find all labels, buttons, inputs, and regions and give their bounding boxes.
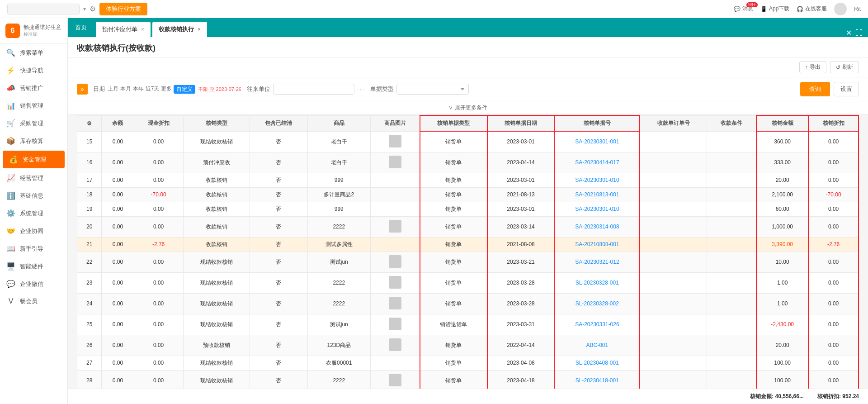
voucher-no-link[interactable]: SA-20230314-008 [575, 223, 619, 230]
col-voucher-no: 核销单据号 [554, 115, 640, 131]
cell-cash-discount: 0.00 [134, 252, 183, 272]
voucher-no-link[interactable]: SA-20230331-026 [575, 321, 619, 328]
voucher-no-link[interactable]: SL-20230328-002 [576, 300, 619, 307]
sidebar-item-企业协同[interactable]: 🤝企业协同 [0, 222, 67, 240]
export-button[interactable]: ↑ 导出 [799, 61, 826, 73]
date-this-month[interactable]: 本月 [120, 85, 131, 94]
user-avatar[interactable] [834, 3, 847, 15]
cell-goods-img [370, 293, 420, 314]
voucher-no-link[interactable]: SA-20230301-010 [575, 177, 619, 183]
cell-goods: 老白干 [307, 131, 370, 152]
sidebar-item-label: 智能硬件 [20, 262, 43, 271]
sidebar-item-系统管理[interactable]: ⚙️系统管理 [0, 204, 67, 222]
settings-button[interactable]: 设置 [834, 82, 859, 96]
sidebar-item-销售管理[interactable]: 📊销售管理 [0, 97, 67, 114]
cell-goods: 测试jun [307, 252, 370, 272]
table-row: 17 0.00 0.00 收款核销 否 999 销货单 2023-03-01 S… [77, 173, 859, 187]
date-custom[interactable]: 自定义 [174, 85, 195, 94]
partner-more-icon[interactable]: ··· [357, 86, 365, 93]
cell-settled: 否 [250, 252, 307, 272]
sidebar-icon: 🔍 [6, 48, 15, 57]
expand-more-row[interactable]: ∨ 展开更多条件 [68, 101, 868, 115]
cell-type: 现结收款核销 [183, 252, 250, 272]
cell-cash-discount: 0.00 [134, 314, 183, 335]
sidebar-item-营销推广[interactable]: 📣营销推广 [0, 79, 67, 97]
query-button[interactable]: 查询 [800, 82, 830, 96]
sidebar-item-智能硬件[interactable]: 🖥️智能硬件 [0, 257, 67, 275]
cell-receipt-cond [707, 237, 756, 252]
cell-receipt-cond [707, 173, 756, 187]
cell-receipt-order [640, 237, 707, 252]
industry-solution-button[interactable]: 体验行业方案 [99, 3, 147, 15]
voucher-no-link[interactable]: SL-20230328-001 [576, 280, 619, 286]
cell-receipt-cond [707, 314, 756, 335]
cell-receipt-order [640, 293, 707, 314]
voucher-no-link[interactable]: SA-20210813-001 [575, 191, 619, 198]
messages-button[interactable]: 💬 消息 99+ [734, 5, 753, 13]
table-row: 27 0.00 0.00 现结收款核销 否 衣服00001 销货单 2023-0… [77, 356, 859, 370]
sidebar-item-基础信息[interactable]: ℹ️基础信息 [0, 187, 67, 204]
cell-balance: 0.00 [102, 335, 134, 356]
cell-settled: 否 [250, 237, 307, 252]
cell-receipt-order [640, 202, 707, 216]
chevron-down-icon[interactable]: ▾ [83, 6, 86, 12]
top-bar-right: 💬 消息 99+ 📱 App下载 🎧 在线客服 Rit [734, 3, 861, 15]
voucher-no-link[interactable]: SA-20230414-017 [575, 159, 619, 166]
voucher-type-select[interactable] [396, 84, 469, 95]
partner-input[interactable] [273, 84, 354, 95]
top-bar: ▾ ⚙ 体验行业方案 💬 消息 99+ 📱 App下载 🎧 在线客服 Rit [0, 0, 868, 18]
cell-settled: 否 [250, 293, 307, 314]
voucher-no-link[interactable]: SL-20230418-001 [576, 377, 619, 384]
sidebar-item-资金管理[interactable]: 💰资金管理 [3, 151, 65, 168]
tab-home[interactable]: 首页 [68, 18, 94, 37]
cell-cash-discount: 0.00 [134, 293, 183, 314]
date-last-month[interactable]: 上月 [108, 85, 118, 94]
close-icon[interactable]: × [141, 26, 144, 33]
cell-voucher-no: SA-20230301-001 [554, 131, 640, 152]
cell-goods: 测试jun [307, 314, 370, 335]
sidebar-item-搜索菜单[interactable]: 🔍搜索菜单 [0, 44, 67, 62]
sidebar-item-采购管理[interactable]: 🛒采购管理 [0, 114, 67, 132]
sidebar-item-快捷导航[interactable]: ⚡快捷导航 [0, 62, 67, 79]
app-download-link[interactable]: 📱 App下载 [760, 5, 789, 13]
voucher-no-link[interactable]: SA-20230301-010 [575, 206, 619, 212]
voucher-no-link[interactable]: SA-20230321-012 [575, 259, 619, 265]
voucher-no-link[interactable]: SA-20230301-001 [575, 138, 619, 145]
voucher-no-link[interactable]: SA-20210808-001 [575, 241, 619, 247]
cell-settled: 否 [250, 173, 307, 187]
cell-amount: 20.00 [756, 335, 808, 356]
sidebar-item-label: 企业协同 [20, 227, 43, 235]
date-7days[interactable]: 近7天 [146, 85, 160, 94]
cell-receipt-order [640, 335, 707, 356]
sidebar-icon: ⚡ [6, 66, 15, 75]
cell-settled: 否 [250, 370, 307, 389]
col-receipt-order: 收款单订单号 [640, 115, 707, 131]
filter-expand-button[interactable]: » [77, 84, 88, 95]
sidebar-item-经营管理[interactable]: 📈经营管理 [0, 169, 67, 187]
sidebar-item-新手引导[interactable]: 📖新手引导 [0, 240, 67, 257]
close-icon[interactable]: × [198, 26, 201, 33]
tab-prepay[interactable]: 预付冲应付单 × [96, 22, 151, 37]
filter-voucher-type-group: 单据类型 [370, 84, 469, 95]
voucher-no-link[interactable]: ABC-001 [586, 342, 609, 348]
cell-receipt-cond [707, 187, 756, 202]
voucher-no-link[interactable]: SL-20230408-001 [576, 360, 619, 366]
date-more[interactable]: 更多 [161, 85, 172, 94]
cell-type: 收款核销 [183, 216, 250, 237]
window-maximize-icon[interactable]: ⛶ [855, 29, 863, 37]
sidebar-item-企业微信[interactable]: 💬企业微信 [0, 275, 67, 293]
cell-type: 现结收款核销 [183, 356, 250, 370]
table-row: 28 0.00 0.00 现结收款核销 否 2222 销货单 2023-04-1… [77, 370, 859, 389]
tab-controls: ✕ ⛶ [846, 29, 868, 37]
gear-icon[interactable]: ⚙ [90, 5, 96, 13]
search-input[interactable] [7, 4, 80, 14]
online-service-link[interactable]: 🎧 在线客服 [797, 5, 827, 13]
date-this-year[interactable]: 本年 [133, 85, 144, 94]
window-close-icon[interactable]: ✕ [846, 29, 852, 37]
refresh-button[interactable]: ↺ 刷新 [830, 61, 859, 73]
sidebar-item-畅会员[interactable]: V畅会员 [0, 293, 67, 310]
sidebar-item-库存核算[interactable]: 📦库存核算 [0, 132, 67, 150]
data-table: ⚙ 余额 现金折扣 核销类型 包含已结清 商品 商品图片 核销单据类型 核销单据… [77, 115, 859, 389]
tab-receipt[interactable]: 收款核销执行 × [152, 22, 207, 37]
voucher-type-label: 单据类型 [370, 85, 394, 93]
